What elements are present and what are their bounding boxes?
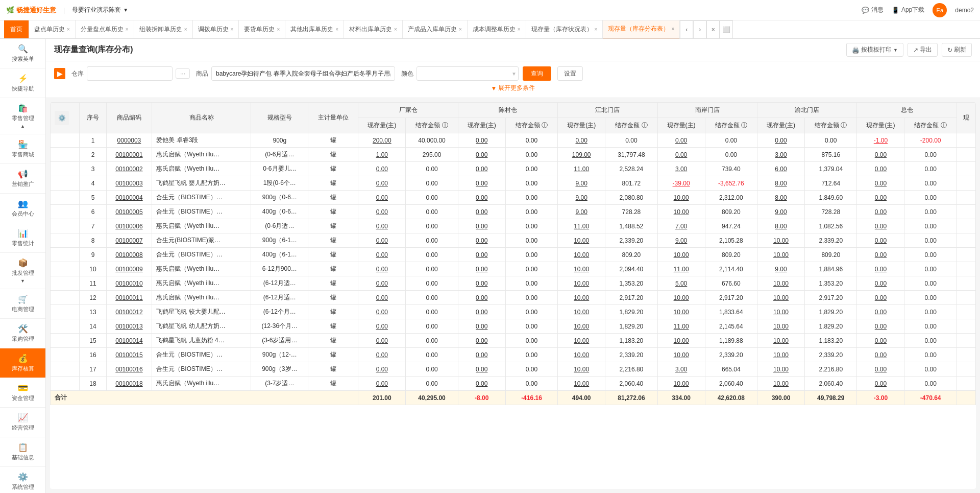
row-jiangbei-stock[interactable]: 9.00 (558, 205, 605, 219)
row-total-stock[interactable]: 0.00 (857, 162, 904, 176)
row-nanan-stock[interactable]: 10.00 (657, 334, 705, 348)
row-code[interactable]: 00100013 (106, 319, 152, 334)
row-jiangbei-stock[interactable]: 10.00 (558, 276, 605, 291)
row-nanan-stock[interactable]: -39.00 (657, 176, 705, 191)
sidebar-item-wholesale[interactable]: 📦 批发管理 ▼ (0, 253, 45, 289)
row-jiangbei-stock[interactable]: 0.00 (558, 133, 605, 148)
close-icon[interactable]: × (394, 27, 397, 32)
row-total-stock[interactable]: 0.00 (857, 305, 904, 319)
row-nanan-stock[interactable]: 11.00 (657, 262, 705, 276)
row-jiangbei-stock[interactable]: 11.00 (558, 162, 605, 176)
sidebar-item-marketing[interactable]: 📢 营销推广 (0, 164, 45, 194)
row-total-stock[interactable]: 0.00 (857, 334, 904, 348)
row-chenshi-stock[interactable]: 0.00 (458, 176, 505, 191)
row-code[interactable]: 00100005 (106, 205, 152, 219)
row-jiangbei-stock[interactable]: 10.00 (558, 248, 605, 262)
warehouse-ellipsis-button[interactable]: ··· (176, 68, 190, 79)
tab-other-outbound[interactable]: 其他出库单历史 × (285, 20, 344, 39)
row-yubei-stock[interactable]: 0.00 (757, 133, 805, 148)
row-total-stock[interactable]: 0.00 (857, 262, 904, 276)
row-code[interactable]: 00100007 (106, 233, 152, 248)
row-total-stock[interactable]: 0.00 (857, 233, 904, 248)
row-jiangbei-stock[interactable]: 9.00 (558, 191, 605, 205)
row-nanan-stock[interactable]: 10.00 (657, 191, 705, 205)
row-total-stock[interactable]: -1.00 (857, 133, 904, 148)
row-code[interactable]: 00100016 (106, 362, 152, 377)
refresh-button[interactable]: ↻ 刷新 (942, 43, 972, 57)
search-button[interactable]: 查询 (523, 66, 551, 81)
row-chenshi-stock[interactable]: 0.00 (458, 305, 505, 319)
close-icon[interactable]: × (518, 27, 521, 32)
row-chenshi-stock[interactable]: 0.00 (458, 377, 505, 391)
close-icon[interactable]: × (231, 27, 234, 32)
sidebar-item-retail-stats[interactable]: 📊 零售统计 (0, 223, 45, 253)
filter-toggle-arrow[interactable]: ▶ (54, 68, 65, 79)
row-factory-stock[interactable]: 0.00 (358, 348, 406, 362)
close-icon[interactable]: × (459, 27, 462, 32)
row-jiangbei-stock[interactable]: 109.00 (558, 148, 605, 162)
row-factory-stock[interactable]: 0.00 (358, 377, 406, 391)
close-icon[interactable]: × (671, 26, 674, 32)
row-nanan-stock[interactable]: 3.00 (657, 162, 705, 176)
row-jiangbei-stock[interactable]: 10.00 (558, 362, 605, 377)
row-factory-stock[interactable]: 0.00 (358, 176, 406, 191)
close-icon[interactable]: × (335, 27, 338, 32)
row-yubei-stock[interactable]: 8.00 (757, 219, 805, 233)
tab-cost-adjust[interactable]: 成本调整单历史 × (468, 20, 526, 39)
row-chenshi-stock[interactable]: 0.00 (458, 205, 505, 219)
row-yubei-stock[interactable]: 10.00 (757, 348, 805, 362)
row-nanan-stock[interactable]: 10.00 (657, 377, 705, 391)
row-factory-stock[interactable]: 0.00 (358, 248, 406, 262)
tab-production-inbound[interactable]: 产成品入库单历史 × (403, 20, 468, 39)
close-icon[interactable]: × (277, 27, 280, 32)
row-total-stock[interactable]: 0.00 (857, 348, 904, 362)
row-jiangbei-stock[interactable]: 10.00 (558, 377, 605, 391)
row-code[interactable]: 00100008 (106, 248, 152, 262)
row-factory-stock[interactable]: 0.00 (358, 191, 406, 205)
row-nanan-stock[interactable]: 0.00 (657, 133, 705, 148)
print-button[interactable]: 🖨️ 按模板打印 ▼ (846, 43, 903, 57)
row-yubei-stock[interactable]: 8.00 (757, 191, 805, 205)
tab-assembly-history[interactable]: 组装拆卸单历史 × (134, 20, 193, 39)
row-yubei-stock[interactable]: 10.00 (757, 305, 805, 319)
row-factory-stock[interactable]: 0.00 (358, 262, 406, 276)
row-yubei-stock[interactable]: 10.00 (757, 377, 805, 391)
row-total-stock[interactable]: 0.00 (857, 276, 904, 291)
row-factory-stock[interactable]: 0.00 (358, 305, 406, 319)
row-total-stock[interactable]: 0.00 (857, 176, 904, 191)
row-jiangbei-stock[interactable]: 10.00 (558, 319, 605, 334)
row-total-stock[interactable]: 0.00 (857, 191, 904, 205)
row-nanan-stock[interactable]: 3.00 (657, 362, 705, 377)
row-total-stock[interactable]: 0.00 (857, 291, 904, 305)
row-nanan-stock[interactable]: 0.00 (657, 148, 705, 162)
sidebar-item-system[interactable]: ⚙️ 系统管理 (0, 467, 45, 493)
app-download-button[interactable]: 📱 App下载 (892, 6, 924, 14)
row-factory-stock[interactable]: 0.00 (358, 362, 406, 377)
tab-prev-button[interactable]: ‹ (680, 20, 693, 39)
row-jiangbei-stock[interactable]: 10.00 (558, 334, 605, 348)
industry-selector[interactable]: 母婴行业演示陈套 ▼ (72, 6, 128, 14)
row-code[interactable]: 00100002 (106, 162, 152, 176)
row-jiangbei-stock[interactable]: 10.00 (558, 291, 605, 305)
row-yubei-stock[interactable]: 10.00 (757, 233, 805, 248)
row-yubei-stock[interactable]: 10.00 (757, 248, 805, 262)
row-chenshi-stock[interactable]: 0.00 (458, 291, 505, 305)
sidebar-item-retail-mgmt[interactable]: 🛍️ 零售管理 ▲ (0, 98, 45, 134)
message-button[interactable]: 💬 消息 (862, 6, 884, 14)
row-chenshi-stock[interactable]: 0.00 (458, 262, 505, 276)
row-chenshi-stock[interactable]: 0.00 (458, 162, 505, 176)
row-factory-stock[interactable]: 0.00 (358, 233, 406, 248)
tab-purchase-history[interactable]: 要货单历史 × (239, 20, 285, 39)
row-factory-stock[interactable]: 0.00 (358, 319, 406, 334)
row-yubei-stock[interactable]: 9.00 (757, 262, 805, 276)
product-input[interactable] (211, 66, 395, 81)
row-chenshi-stock[interactable]: 0.00 (458, 219, 505, 233)
setting-button[interactable]: 设置 (557, 66, 583, 81)
row-factory-stock[interactable]: 200.00 (358, 133, 406, 148)
row-factory-stock[interactable]: 0.00 (358, 276, 406, 291)
row-jiangbei-stock[interactable]: 9.00 (558, 176, 605, 191)
row-jiangbei-stock[interactable]: 10.00 (558, 233, 605, 248)
row-code[interactable]: 00100001 (106, 148, 152, 162)
warehouse-input[interactable] (87, 66, 173, 81)
row-yubei-stock[interactable]: 8.00 (757, 176, 805, 191)
